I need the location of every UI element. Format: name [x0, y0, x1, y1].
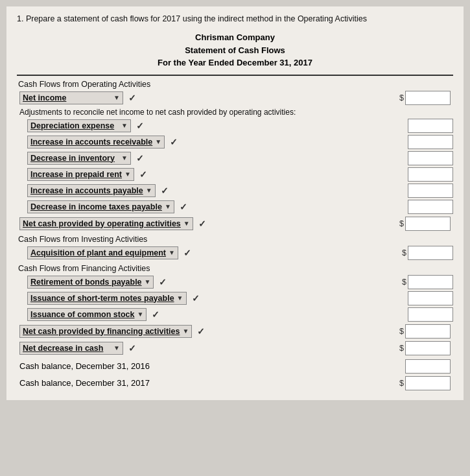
depreciation-row: Depreciation expense ▼ ✓ [27, 119, 453, 133]
acquisition-input[interactable] [408, 246, 453, 260]
net-decrease-arrow-icon: ▼ [113, 344, 120, 351]
bonds-payable-dropdown[interactable]: Retirement of bonds payable ▼ [27, 276, 154, 289]
net-cash-financing-arrow-icon: ▼ [182, 327, 189, 335]
cash-balance-2016-row: Cash balance, December 31, 2016 [17, 359, 453, 374]
bonds-payable-arrow-icon: ▼ [145, 278, 151, 285]
depreciation-check: ✓ [136, 121, 144, 131]
common-stock-dropdown[interactable]: Issuance of common stock ▼ [27, 308, 147, 321]
net-cash-financing-dropdown[interactable]: Net cash provided by financing activitie… [19, 325, 192, 338]
net-cash-financing-row: Net cash provided by financing activitie… [17, 324, 453, 339]
prepaid-rent-label: Increase in prepaid rent [30, 170, 122, 179]
income-taxes-left: Decrease in income taxes payable ▼ ✓ [27, 200, 187, 213]
acquisition-row: Acquisition of plant and equipment ▼ ✓ $ [27, 246, 453, 260]
net-cash-operating-input-group: $ [399, 217, 451, 231]
notes-payable-label: Issuance of short-term notes payable [30, 294, 174, 303]
financing-rows: Retirement of bonds payable ▼ ✓ $ Issuan… [27, 275, 453, 322]
notes-payable-left: Issuance of short-term notes payable ▼ ✓ [27, 292, 200, 305]
net-decrease-left: Net decrease in cash ▼ ✓ [19, 342, 399, 355]
net-cash-operating-check: ✓ [198, 219, 206, 229]
net-decrease-dollar: $ [399, 344, 404, 353]
accounts-receivable-row: Increase in accounts receivable ▼ ✓ [27, 135, 453, 149]
net-income-dollar: $ [399, 93, 404, 102]
net-income-label: Net income [23, 93, 66, 102]
cash-balance-2016-left: Cash balance, December 31, 2016 [19, 361, 405, 371]
net-cash-financing-input[interactable] [405, 324, 451, 339]
net-income-row: Net income ▼ ✓ $ [17, 91, 453, 105]
inventory-left: Decrease in inventory ▼ ✓ [27, 152, 144, 165]
accounts-payable-left: Increase in accounts payable ▼ ✓ [27, 184, 169, 197]
prepaid-rent-dropdown[interactable]: Increase in prepaid rent ▼ [27, 168, 134, 181]
accounts-receivable-label: Increase in accounts receivable [30, 137, 152, 147]
operating-header: Cash Flows from Operating Activities [17, 80, 453, 89]
depreciation-input[interactable] [408, 119, 453, 133]
report-header: Chrisman Company Statement of Cash Flows… [17, 31, 453, 69]
investing-header: Cash Flows from Investing Activities [17, 235, 453, 244]
depreciation-label: Depreciation expense [30, 121, 114, 130]
cash-balance-2017-left: Cash balance, December 31, 2017 [19, 378, 399, 388]
bonds-payable-row: Retirement of bonds payable ▼ ✓ $ [27, 275, 453, 289]
period: For the Year Ended December 31, 2017 [17, 56, 453, 69]
bonds-payable-label: Retirement of bonds payable [30, 278, 142, 287]
inventory-input[interactable] [408, 151, 453, 165]
net-cash-operating-input[interactable] [405, 217, 451, 231]
adjustments-text: Adjustments to reconcile net income to n… [19, 108, 453, 117]
common-stock-left: Issuance of common stock ▼ ✓ [27, 308, 159, 321]
net-decrease-input-group: $ [399, 341, 451, 355]
bonds-payable-check: ✓ [159, 277, 167, 287]
accounts-receivable-input[interactable] [408, 135, 453, 149]
acquisition-dropdown[interactable]: Acquisition of plant and equipment ▼ [27, 246, 178, 259]
notes-payable-dropdown[interactable]: Issuance of short-term notes payable ▼ [27, 292, 187, 305]
net-income-left: Net income ▼ ✓ [19, 91, 399, 104]
net-income-input-group: $ [399, 91, 451, 105]
inventory-arrow-icon: ▼ [121, 154, 128, 161]
net-cash-operating-left: Net cash provided by operating activitie… [19, 217, 399, 230]
accounts-payable-input[interactable] [408, 184, 453, 198]
cash-balance-2017-label: Cash balance, December 31, 2017 [19, 378, 150, 388]
accounts-payable-check: ✓ [161, 185, 169, 196]
net-cash-financing-dollar: $ [399, 327, 404, 336]
prepaid-rent-input[interactable] [408, 167, 453, 182]
net-income-check: ✓ [128, 93, 136, 103]
net-cash-financing-left: Net cash provided by financing activitie… [19, 325, 399, 338]
cash-balance-2016-label: Cash balance, December 31, 2016 [19, 361, 150, 371]
accounts-payable-dropdown[interactable]: Increase in accounts payable ▼ [27, 184, 156, 197]
acquisition-label: Acquisition of plant and equipment [30, 248, 166, 257]
notes-payable-input[interactable] [408, 291, 453, 305]
accounts-payable-arrow-icon: ▼ [146, 187, 152, 194]
net-decrease-label: Net decrease in cash [23, 344, 103, 353]
income-taxes-label: Decrease in income taxes payable [30, 202, 162, 211]
bonds-payable-input[interactable] [408, 275, 453, 289]
net-cash-operating-label: Net cash provided by operating activitie… [23, 219, 181, 228]
prepaid-rent-left: Increase in prepaid rent ▼ ✓ [27, 168, 147, 181]
common-stock-input[interactable] [408, 307, 453, 322]
financing-header: Cash Flows from Financing Activities [17, 264, 453, 273]
net-cash-operating-dropdown[interactable]: Net cash provided by operating activitie… [19, 217, 193, 230]
depreciation-dropdown[interactable]: Depreciation expense ▼ [27, 119, 131, 132]
notes-payable-row: Issuance of short-term notes payable ▼ ✓ [27, 291, 453, 305]
accounts-receivable-check: ✓ [170, 137, 178, 147]
depreciation-arrow-icon: ▼ [121, 122, 128, 129]
cash-balance-2017-input-group: $ [399, 376, 451, 390]
income-taxes-input[interactable] [408, 200, 453, 214]
net-decrease-dropdown[interactable]: Net decrease in cash ▼ [19, 342, 123, 355]
inventory-row: Decrease in inventory ▼ ✓ [27, 151, 453, 165]
common-stock-label: Issuance of common stock [30, 310, 134, 319]
net-income-input[interactable] [405, 91, 451, 105]
prepaid-rent-check: ✓ [139, 169, 147, 180]
cash-balance-2016-input[interactable] [405, 359, 451, 374]
inventory-label: Decrease in inventory [30, 154, 115, 163]
common-stock-check: ✓ [152, 309, 159, 320]
net-cash-operating-arrow-icon: ▼ [183, 220, 190, 227]
question-text: 1. Prepare a statement of cash flows for… [17, 14, 453, 23]
accounts-receivable-dropdown[interactable]: Increase in accounts receivable ▼ [27, 136, 165, 149]
cash-balance-2017-input[interactable] [405, 376, 451, 390]
accounts-payable-row: Increase in accounts payable ▼ ✓ [27, 184, 453, 198]
inventory-check: ✓ [136, 153, 144, 163]
net-income-dropdown[interactable]: Net income ▼ [19, 91, 123, 104]
net-decrease-input[interactable] [405, 341, 451, 355]
inventory-dropdown[interactable]: Decrease in inventory ▼ [27, 152, 131, 165]
bonds-payable-dollar: $ [402, 278, 406, 287]
common-stock-row: Issuance of common stock ▼ ✓ [27, 307, 453, 322]
income-taxes-dropdown[interactable]: Decrease in income taxes payable ▼ [27, 200, 174, 213]
acquisition-check: ✓ [183, 248, 191, 258]
